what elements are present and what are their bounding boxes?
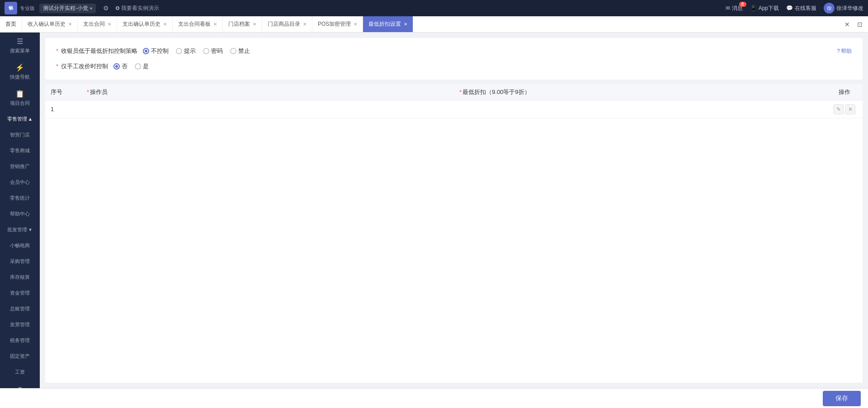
- tab-restore-btn[interactable]: ⊡: [855, 20, 864, 29]
- tab-store-goods[interactable]: 门店商品目录 ✕: [262, 16, 312, 33]
- sidebar-item-invoice[interactable]: 发票管理: [0, 317, 40, 333]
- tab-payment-board[interactable]: 支出合同看板 ✕: [173, 16, 223, 33]
- policy-no-control[interactable]: 不控制: [143, 47, 169, 55]
- th-seq: 序号: [45, 88, 81, 96]
- tab-min-discount-label: 最低折扣设置: [368, 20, 401, 28]
- sidebar-item-member-label: 会员中心: [10, 179, 30, 186]
- th-operator: * 操作员: [81, 88, 454, 96]
- manual-yes-label: 是: [143, 62, 149, 70]
- policy-forbid-label: 禁止: [238, 47, 250, 55]
- tab-payment-confirm[interactable]: 支出确认单历史 ✕: [117, 16, 173, 33]
- tab-payment-confirm-close[interactable]: ✕: [163, 22, 167, 27]
- wholesale-arrow-icon: ▼: [28, 227, 33, 232]
- sidebar-item-smart-store-label: 智营门店: [10, 131, 30, 138]
- tab-store-file[interactable]: 门店档案 ✕: [223, 16, 262, 33]
- sidebar-item-assets[interactable]: 固定资产: [0, 348, 40, 364]
- shortcut-icon: ⚡: [15, 63, 24, 72]
- chevron-down-icon: ▾: [90, 6, 92, 11]
- sidebar-item-ledger[interactable]: 总账管理: [0, 301, 40, 317]
- row-edit-btn[interactable]: ✎: [834, 104, 844, 114]
- demo-link-label: 我要看实例演示: [121, 5, 159, 12]
- topbar-settings-icon[interactable]: ⚙: [100, 3, 111, 14]
- sidebar-item-retail-stats[interactable]: 零售统计: [0, 190, 40, 206]
- online-service-button[interactable]: 💬 在线客服: [786, 5, 816, 12]
- user-profile-button[interactable]: 徐 徐泽华修改: [824, 3, 863, 14]
- tab-close-all-btn[interactable]: ✕: [843, 20, 852, 29]
- sidebar-item-tax[interactable]: 税务管理: [0, 333, 40, 348]
- tab-min-discount[interactable]: 最低折扣设置 ✕: [363, 16, 413, 33]
- sidebar-item-member[interactable]: 会员中心: [0, 174, 40, 190]
- project-name: 测试分开实程-小觉: [43, 5, 88, 12]
- td-seq-1: 1: [45, 106, 81, 113]
- user-name: 徐泽华修改: [836, 5, 863, 12]
- sidebar-item-wholesale[interactable]: 批发管理 ▼: [0, 222, 40, 238]
- bottom-bar: 保存: [0, 388, 868, 408]
- radio-no-icon: [113, 63, 120, 70]
- avatar: 徐: [824, 3, 835, 14]
- tab-income[interactable]: 收入确认单历史 ✕: [22, 16, 78, 33]
- sidebar-item-retail-mall[interactable]: 零售商城: [0, 143, 40, 159]
- sidebar-item-inventory-label: 库存核算: [10, 274, 30, 281]
- table-card: 序号 * 操作员 * 最低折扣（9.00等于9折） 操作 1: [45, 84, 863, 383]
- demo-link[interactable]: 我要看实例演示: [116, 5, 159, 12]
- sidebar-item-inventory[interactable]: 库存核算: [0, 269, 40, 285]
- project-selector[interactable]: 测试分开实程-小觉 ▾: [39, 4, 96, 13]
- message-button[interactable]: ✉ 消息 8: [726, 5, 743, 12]
- sidebar-item-retail[interactable]: 零售管理 ▲: [0, 111, 40, 127]
- tab-home[interactable]: 首页: [0, 16, 22, 33]
- sidebar-item-purchase-label: 采购管理: [10, 258, 30, 265]
- required-star: *: [56, 47, 58, 54]
- tab-home-label: 首页: [5, 20, 16, 28]
- help-link[interactable]: ? 帮助: [837, 47, 852, 55]
- tab-payment[interactable]: 支出合同 ✕: [78, 16, 117, 33]
- app-download-label: App下载: [759, 5, 779, 12]
- th-discount: * 最低折扣（9.00等于9折）: [454, 88, 826, 96]
- policy-password[interactable]: 密码: [203, 47, 223, 55]
- sidebar-item-search-label: 搜索菜单: [10, 47, 30, 54]
- tab-payment-confirm-label: 支出确认单历史: [123, 20, 160, 28]
- tab-store-file-label: 门店档案: [228, 20, 250, 28]
- radio-password-icon: [203, 48, 209, 54]
- online-service-label: 在线客服: [795, 5, 816, 12]
- table-header: 序号 * 操作员 * 最低折扣（9.00等于9折） 操作: [45, 84, 863, 100]
- sidebar-item-salary[interactable]: 工资: [0, 364, 40, 380]
- message-badge: 8: [739, 2, 746, 7]
- download-icon: 📱: [750, 5, 757, 11]
- tab-payment-close[interactable]: ✕: [108, 22, 111, 27]
- sidebar-item-purchase[interactable]: 采购管理: [0, 253, 40, 269]
- sidebar-item-project-label: 项目合同: [10, 100, 30, 107]
- sidebar-item-marketing[interactable]: 营销推广: [0, 159, 40, 174]
- tab-income-close[interactable]: ✕: [68, 22, 72, 27]
- row-delete-btn[interactable]: ✕: [845, 104, 855, 114]
- sidebar-item-ecommerce[interactable]: 小畅电商: [0, 238, 40, 253]
- manual-no[interactable]: 否: [113, 62, 127, 70]
- sidebar-item-smart-store[interactable]: 智营门店: [0, 127, 40, 143]
- app-download-button[interactable]: 📱 App下载: [750, 5, 779, 12]
- retail-arrow-icon: ▲: [28, 117, 33, 122]
- policy-no-control-label: 不控制: [151, 47, 169, 55]
- sidebar-item-shortcuts[interactable]: ⚡ 快捷导航: [0, 59, 40, 85]
- policy-remind-label: 提示: [184, 47, 196, 55]
- tab-store-goods-close[interactable]: ✕: [303, 22, 307, 27]
- sidebar-item-finance[interactable]: 资金管理: [0, 285, 40, 301]
- manual-yes[interactable]: 是: [135, 62, 149, 70]
- tab-payment-board-close[interactable]: ✕: [213, 22, 217, 27]
- sidebar-item-ecommerce-label: 小畅电商: [10, 242, 30, 249]
- policy-forbid[interactable]: 禁止: [230, 47, 250, 55]
- tab-min-discount-close[interactable]: ✕: [404, 22, 407, 27]
- sidebar-item-project[interactable]: 📋 项目合同: [0, 85, 40, 111]
- sidebar-item-help-label: 帮助中心: [10, 211, 30, 217]
- tab-payment-board-label: 支出合同看板: [178, 20, 211, 28]
- policy-row: * 收银员低于最低折扣控制策略 不控制 提示 密码: [56, 47, 852, 55]
- tab-store-file-close[interactable]: ✕: [253, 22, 256, 27]
- sidebar-item-search[interactable]: ☰ 搜索菜单: [0, 33, 40, 59]
- tab-pos-password[interactable]: POS加密管理 ✕: [312, 16, 363, 33]
- tab-pos-password-close[interactable]: ✕: [354, 22, 357, 27]
- save-button[interactable]: 保存: [823, 391, 861, 406]
- sidebar-item-retail-stats-label: 零售统计: [10, 195, 30, 202]
- policy-remind[interactable]: 提示: [176, 47, 196, 55]
- td-actions-1: ✎ ✕: [826, 104, 863, 114]
- radio-no-control-icon: [143, 48, 149, 54]
- sidebar: ☰ 搜索菜单 ⚡ 快捷导航 📋 项目合同 零售管理 ▲ 智营门店 零售商城 营销…: [0, 33, 40, 388]
- sidebar-item-help[interactable]: 帮助中心: [0, 206, 40, 222]
